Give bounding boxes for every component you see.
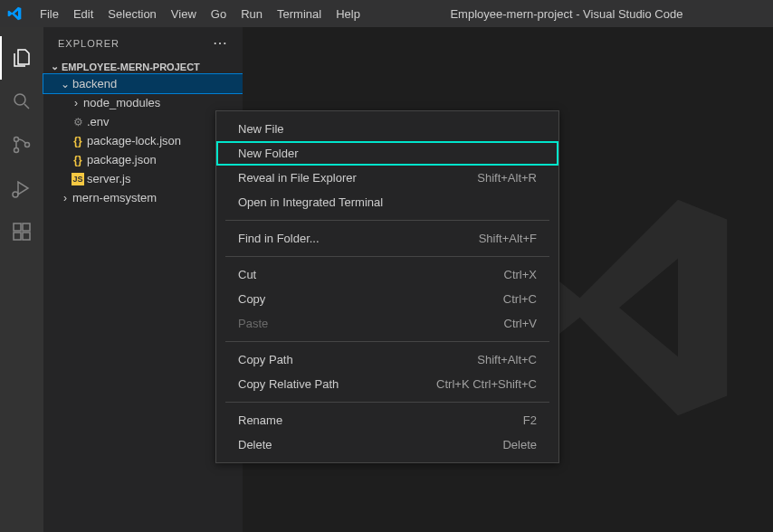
context-menu-separator <box>225 220 549 221</box>
activity-source-control[interactable] <box>0 123 43 166</box>
file-label: package.json <box>87 153 157 166</box>
context-menu-item-reveal-in-file-explorer[interactable]: Reveal in File ExplorerShift+Alt+R <box>216 166 558 190</box>
window-title: Employee-mern-project - Visual Studio Co… <box>367 7 766 21</box>
context-menu-label: Reveal in File Explorer <box>238 171 357 185</box>
context-menu-shortcut: Delete <box>502 438 537 451</box>
context-menu-item-open-in-integrated-terminal[interactable]: Open in Integrated Terminal <box>216 190 558 214</box>
context-menu-item-cut[interactable]: CutCtrl+X <box>216 262 558 287</box>
context-menu-item-delete[interactable]: DeleteDelete <box>216 432 558 457</box>
context-menu-label: New Folder <box>238 147 298 160</box>
context-menu-separator <box>225 341 549 342</box>
file-server-js[interactable]: JS server.js <box>43 169 243 188</box>
json-icon: {} <box>69 135 87 147</box>
context-menu-shortcut: Shift+Alt+F <box>479 232 537 245</box>
svg-rect-7 <box>23 233 30 240</box>
files-icon <box>11 47 33 69</box>
chevron-down-icon: ⌄ <box>58 78 72 90</box>
context-menu-item-new-file[interactable]: New File <box>216 117 558 141</box>
chevron-right-icon: › <box>69 97 83 109</box>
svg-rect-6 <box>14 233 21 240</box>
sidebar-title: EXPLORER <box>58 38 119 49</box>
chevron-down-icon: ⌄ <box>47 61 62 72</box>
svg-rect-5 <box>14 223 21 231</box>
context-menu-label: Paste <box>238 317 268 330</box>
context-menu-label: Find in Folder... <box>238 232 320 245</box>
menu-file[interactable]: File <box>33 7 66 21</box>
vscode-icon <box>7 6 22 21</box>
context-menu-item-paste: PasteCtrl+V <box>216 311 558 336</box>
file-package-lock[interactable]: {} package-lock.json <box>43 131 243 150</box>
menu-help[interactable]: Help <box>329 7 367 21</box>
context-menu-label: Cut <box>238 268 256 281</box>
activity-debug[interactable] <box>0 166 43 210</box>
svg-rect-8 <box>23 223 30 231</box>
file-label: server.js <box>87 172 130 185</box>
context-menu-shortcut: Ctrl+X <box>504 268 537 281</box>
project-name: EMPLOYEE-MERN-PROJECT <box>62 62 200 72</box>
svg-point-3 <box>25 143 30 147</box>
context-menu-label: Copy <box>238 292 265 306</box>
folder-label: node_modules <box>83 96 160 109</box>
activity-extensions[interactable] <box>0 210 43 253</box>
file-label: package-lock.json <box>87 134 181 147</box>
context-menu-label: Open in Integrated Terminal <box>238 195 383 209</box>
menu-go[interactable]: Go <box>204 7 234 21</box>
context-menu-item-new-folder[interactable]: New Folder <box>216 141 558 166</box>
sidebar-header: EXPLORER ⋯ <box>43 27 243 59</box>
extensions-icon <box>11 221 33 242</box>
search-icon <box>11 90 33 112</box>
svg-point-2 <box>14 148 19 153</box>
folder-label: mern-emsystem <box>72 191 157 204</box>
git-icon <box>11 134 33 156</box>
menu-edit[interactable]: Edit <box>66 7 100 21</box>
json-icon: {} <box>69 154 87 166</box>
activity-bar <box>0 27 43 532</box>
sidebar: EXPLORER ⋯ ⌄ EMPLOYEE-MERN-PROJECT ⌄ bac… <box>43 27 243 532</box>
context-menu-shortcut: Shift+Alt+C <box>477 353 537 366</box>
file-env[interactable]: ⚙ .env <box>43 112 243 131</box>
file-package-json[interactable]: {} package.json <box>43 150 243 169</box>
context-menu-label: Copy Path <box>238 353 293 366</box>
svg-point-1 <box>14 138 19 142</box>
menu-selection[interactable]: Selection <box>100 7 163 21</box>
folder-mern-emsystem[interactable]: › mern-emsystem <box>43 188 243 207</box>
gear-icon: ⚙ <box>69 116 87 128</box>
menu-view[interactable]: View <box>164 7 204 21</box>
folder-node-modules[interactable]: › node_modules <box>43 93 243 112</box>
context-menu-separator <box>225 256 549 257</box>
menu-run[interactable]: Run <box>234 7 270 21</box>
folder-backend[interactable]: ⌄ backend <box>43 74 243 93</box>
context-menu-separator <box>225 402 549 403</box>
context-menu-shortcut: Ctrl+V <box>504 317 537 330</box>
context-menu-item-copy-relative-path[interactable]: Copy Relative PathCtrl+K Ctrl+Shift+C <box>216 372 558 396</box>
svg-point-4 <box>13 192 18 197</box>
context-menu-label: New File <box>238 122 284 136</box>
context-menu-label: Rename <box>238 413 282 427</box>
context-menu-item-find-in-folder[interactable]: Find in Folder...Shift+Alt+F <box>216 226 558 251</box>
menu-terminal[interactable]: Terminal <box>270 7 329 21</box>
context-menu-shortcut: F2 <box>523 413 537 427</box>
project-root[interactable]: ⌄ EMPLOYEE-MERN-PROJECT <box>43 59 243 74</box>
chevron-right-icon: › <box>58 192 72 204</box>
context-menu-shortcut: Shift+Alt+R <box>477 171 537 185</box>
context-menu-item-rename[interactable]: RenameF2 <box>216 408 558 432</box>
titlebar: File Edit Selection View Go Run Terminal… <box>0 0 773 27</box>
context-menu-label: Delete <box>238 438 272 451</box>
context-menu-label: Copy Relative Path <box>238 377 339 391</box>
activity-explorer[interactable] <box>0 36 43 80</box>
file-label: .env <box>87 115 110 128</box>
context-menu: New FileNew FolderReveal in File Explore… <box>215 110 559 463</box>
context-menu-item-copy[interactable]: CopyCtrl+C <box>216 287 558 311</box>
js-icon: JS <box>69 173 87 185</box>
context-menu-shortcut: Ctrl+C <box>503 292 537 306</box>
context-menu-item-copy-path[interactable]: Copy PathShift+Alt+C <box>216 347 558 372</box>
activity-search[interactable] <box>0 80 43 123</box>
context-menu-shortcut: Ctrl+K Ctrl+Shift+C <box>436 377 537 391</box>
sidebar-more-icon[interactable]: ⋯ <box>213 34 228 52</box>
svg-point-0 <box>14 94 25 105</box>
folder-label: backend <box>72 77 117 90</box>
debug-icon <box>11 177 33 199</box>
